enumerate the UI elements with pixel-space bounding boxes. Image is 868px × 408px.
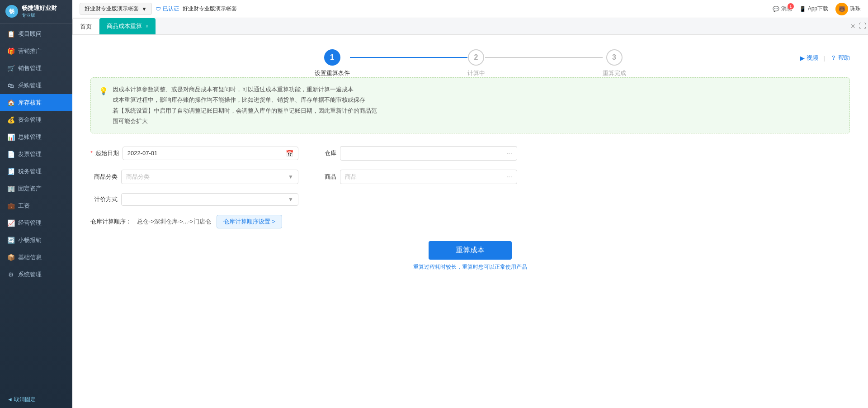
video-label: 视频 (807, 54, 818, 62)
start-date-input[interactable]: 2022-07-01 📅 (123, 147, 298, 160)
form-row-1: * 起始日期 2022-07-01 📅 仓库 ··· (90, 146, 850, 161)
sidebar-item-finance[interactable]: 💰 资金管理 (0, 111, 72, 128)
start-date-group: * 起始日期 2022-07-01 📅 (90, 147, 298, 160)
sidebar-item-system[interactable]: ⚙ 系统管理 (0, 266, 72, 283)
form-row-2: 商品分类 商品分类 ▼ 商品 商品 ··· (90, 170, 850, 184)
sidebar-item-project[interactable]: 📋 项目顾问 (0, 25, 72, 43)
calculate-btn[interactable]: 重算成本 (429, 241, 512, 260)
info-line-2: 成本重算过程中，影响库存账的操作均不能操作，比如进货单、销货单、库存单据不能审核… (113, 95, 377, 105)
sidebar-item-label: 资金管理 (18, 116, 42, 124)
warehouse-input[interactable]: ··· (340, 146, 517, 161)
product-more-icon[interactable]: ··· (506, 173, 512, 181)
step-2-circle: 2 (468, 49, 484, 66)
tab-bar-right: × ⛶ (849, 18, 868, 34)
content-inner: 1 设置重算条件 2 计算中 3 重算完成 (72, 35, 868, 408)
play-icon: ▶ (800, 55, 805, 62)
operation-icon: 📈 (7, 219, 14, 227)
tax-icon: 🧾 (7, 168, 14, 175)
invoice-icon: 📄 (7, 151, 14, 158)
tab-bar: 首页 商品成本重算 × × ⛶ (72, 18, 868, 35)
calendar-icon: 📅 (286, 150, 293, 157)
form-row-3: 计价方式 ▼ (90, 193, 850, 206)
video-link[interactable]: ▶ 视频 (800, 54, 818, 62)
sidebar-item-basic[interactable]: 📦 基础信息 (0, 249, 72, 266)
sidebar-unpin-btn[interactable]: ◄ 取消固定 (0, 391, 72, 408)
helper-links: ▶ 视频 | ？ 帮助 (800, 54, 850, 62)
sidebar: 畅 畅捷通好业财 专业版 📋 项目顾问 🎁 营销推广 🛒 销售管理 🛍 采购管理… (0, 0, 72, 408)
step-3-label: 重算完成 (603, 69, 626, 77)
sidebar-item-salary[interactable]: 💼 工资 (0, 197, 72, 214)
window-close-icon[interactable]: × (849, 21, 857, 32)
sales-icon: 🛒 (7, 65, 14, 72)
sidebar-item-label: 工资 (18, 202, 30, 210)
step-1-label: 设置重算条件 (315, 69, 350, 77)
account-selector-text: 好业财专业版演示帐套 (85, 5, 139, 13)
window-maximize-icon[interactable]: ⛶ (857, 21, 868, 31)
step-line-2 (485, 57, 603, 58)
info-line-4: 围可能会扩大 (113, 116, 377, 126)
step-3: 3 重算完成 (603, 49, 626, 77)
tab-close-icon[interactable]: × (146, 24, 148, 29)
sidebar-item-asset[interactable]: 🏢 固定资产 (0, 180, 72, 197)
pricing-dropdown-icon: ▼ (288, 196, 293, 203)
warehouse-order-value: 总仓->深圳仓库->...->门店仓 (137, 218, 211, 226)
sidebar-item-label: 采购管理 (18, 81, 42, 90)
account-name: 好业财专业版演示帐套 (183, 5, 237, 13)
pricing-label: 计价方式 (90, 195, 118, 204)
sidebar-item-xiaochang[interactable]: 🔄 小畅报销 (0, 232, 72, 249)
info-line-1: 因成本计算参数调整、或是对商品成本有疑问时，可以通过成本重算功能，重新计算一遍成… (113, 84, 377, 95)
phone-icon: 📱 (799, 6, 806, 12)
accounting-icon: 📊 (7, 133, 14, 141)
sidebar-item-accounting[interactable]: 📊 总账管理 (0, 128, 72, 146)
sidebar-item-label: 经营管理 (18, 219, 42, 227)
sidebar-item-purchase[interactable]: 🛍 采购管理 (0, 77, 72, 94)
calculate-section: 重算成本 重算过程耗时较长，重算时您可以正常使用产品 (90, 241, 850, 271)
sidebar-item-marketing[interactable]: 🎁 营销推广 (0, 43, 72, 60)
step-1-circle: 1 (324, 49, 340, 66)
tab-home-label: 首页 (80, 23, 92, 31)
message-btn[interactable]: 💬 消息 1 (773, 5, 792, 13)
content-area: 1 设置重算条件 2 计算中 3 重算完成 (72, 35, 868, 408)
sidebar-item-sales[interactable]: 🛒 销售管理 (0, 60, 72, 77)
app-title: 畅捷通好业财 (22, 5, 57, 12)
sidebar-item-label: 项目顾问 (18, 30, 42, 38)
project-icon: 📋 (7, 30, 14, 38)
user-avatar[interactable]: 🐻 珠珠 (835, 3, 861, 15)
user-name: 珠珠 (850, 5, 861, 13)
warehouse-group: 仓库 ··· (309, 146, 517, 161)
header-right: 💬 消息 1 📱 App下载 🐻 珠珠 (773, 3, 861, 15)
warehouse-order-btn[interactable]: 仓库计算顺序设置 > (217, 215, 283, 228)
help-link[interactable]: ？ 帮助 (830, 54, 850, 62)
info-text: 因成本计算参数调整、或是对商品成本有疑问时，可以通过成本重算功能，重新计算一遍成… (113, 84, 377, 127)
purchase-icon: 🛍 (7, 82, 14, 89)
sidebar-item-label: 发票管理 (18, 150, 42, 158)
sidebar-item-invoice[interactable]: 📄 发票管理 (0, 146, 72, 163)
tab-recalc[interactable]: 商品成本重算 × (99, 18, 156, 34)
warehouse-more-icon[interactable]: ··· (506, 149, 512, 157)
info-line-3: 若【系统设置】中启用了自动调整记账日期时，会调整入库单的整单记账日期，因此重新计… (113, 105, 377, 116)
calculate-hint: 重算过程耗时较长，重算时您可以正常使用产品 (413, 263, 527, 271)
sidebar-item-operation[interactable]: 📈 经营管理 (0, 214, 72, 232)
steps-container: 1 设置重算条件 2 计算中 3 重算完成 (90, 46, 850, 77)
step-1: 1 设置重算条件 (315, 49, 350, 77)
tab-home[interactable]: 首页 (72, 18, 99, 34)
account-selector[interactable]: 好业财专业版演示帐套 ▼ (80, 3, 152, 15)
app-subtitle: 专业版 (22, 12, 57, 19)
message-badge: 1 (788, 3, 794, 9)
unpin-label: ◄ 取消固定 (7, 396, 36, 403)
sidebar-item-tax[interactable]: 🧾 税务管理 (0, 163, 72, 180)
category-label: 商品分类 (90, 173, 118, 181)
app-download-btn[interactable]: 📱 App下载 (799, 5, 828, 13)
logo-icon: 畅 (5, 5, 18, 18)
category-input[interactable]: 商品分类 ▼ (121, 170, 298, 184)
start-date-value: 2022-07-01 (127, 150, 158, 157)
pricing-input[interactable]: ▼ (121, 193, 298, 206)
sidebar-item-inventory[interactable]: 🏠 库存核算 (0, 94, 72, 111)
divider: | (824, 55, 825, 62)
sidebar-item-label: 销售管理 (18, 64, 42, 72)
app-logo: 畅 畅捷通好业财 专业版 (0, 0, 72, 24)
product-input[interactable]: 商品 ··· (340, 170, 517, 184)
product-placeholder: 商品 (345, 173, 357, 181)
sidebar-nav: 📋 项目顾问 🎁 营销推广 🛒 销售管理 🛍 采购管理 🏠 库存核算 💰 资金管… (0, 24, 72, 391)
steps-inner: 1 设置重算条件 2 计算中 3 重算完成 (315, 49, 626, 77)
